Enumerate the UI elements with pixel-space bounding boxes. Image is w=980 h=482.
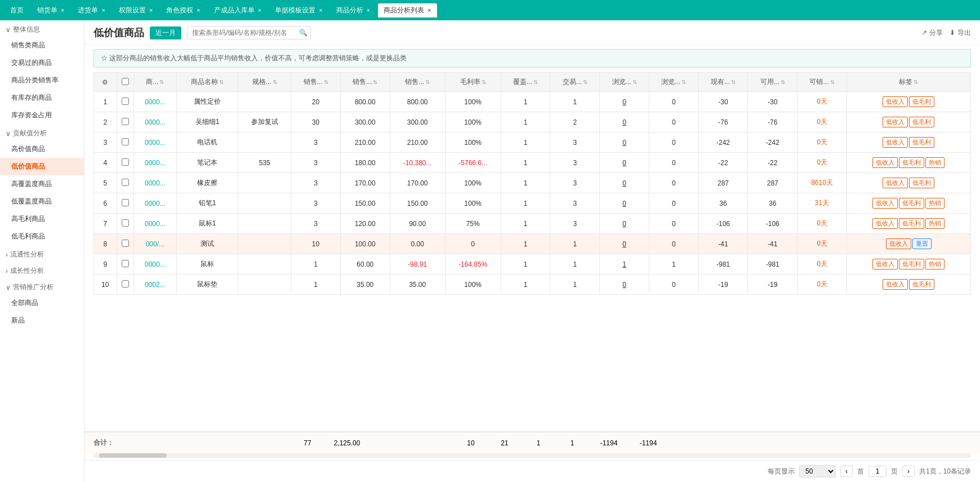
close-icon[interactable]: × — [61, 7, 64, 14]
col-spec: 规格...⇅ — [238, 73, 291, 92]
info-banner: ☆ 这部分商品的销售收入大幅低于商品平均销售收入，价值不高，可考虑调整营销策略，… — [93, 49, 971, 68]
per-page-select[interactable]: 50 20 100 — [799, 465, 836, 477]
close-icon[interactable]: × — [149, 7, 153, 14]
close-icon[interactable]: × — [258, 7, 261, 14]
sidebar-item-high-coverage[interactable]: 高覆盖度商品 — [0, 175, 84, 193]
row-view1[interactable]: 0 — [600, 153, 649, 173]
table-header-row: ⚙ 商...⇅ 商品名称⇅ 规格...⇅ 销售...⇅ 销售...⇅ 销售...… — [94, 73, 971, 92]
row-sales-amt2: 800.00 — [390, 92, 445, 112]
row-sales-qty: 3 — [291, 173, 341, 193]
sidebar-item-high-value[interactable]: 高价值商品 — [0, 140, 84, 158]
sidebar-item-high-margin[interactable]: 高毛利商品 — [0, 210, 84, 228]
row-tags: 低收入重置 — [847, 234, 970, 254]
row-sales-amt2: 90.00 — [390, 214, 445, 234]
col-gear[interactable]: ⚙ — [94, 73, 117, 92]
filter-period-button[interactable]: 近一月 — [150, 26, 181, 39]
row-checkbox[interactable] — [122, 199, 129, 206]
sidebar-group-growth: › 成长性分析 — [0, 262, 84, 278]
row-sales-amt: 180.00 — [340, 153, 390, 173]
chevron-down-icon: ∨ — [6, 26, 11, 34]
tab-product-analysis-list[interactable]: 商品分析列表 × — [378, 3, 436, 17]
share-button[interactable]: ↗ 分享 — [921, 28, 943, 38]
page-number-input[interactable] — [868, 466, 887, 477]
sidebar-item-all-products[interactable]: 全部商品 — [0, 294, 84, 312]
tab-product-analysis[interactable]: 商品分析 × — [331, 3, 376, 17]
export-button[interactable]: ⬇ 导出 — [950, 28, 971, 38]
row-view1[interactable]: 0 — [600, 173, 649, 193]
row-view1[interactable]: 0 — [600, 193, 649, 214]
row-current: -981 — [698, 254, 748, 275]
sidebar-item-low-value[interactable]: 低价值商品 — [0, 158, 84, 175]
chevron-down-icon: ∨ — [6, 130, 11, 138]
close-icon[interactable]: × — [319, 7, 322, 14]
footer-view1: 1 — [522, 439, 555, 447]
row-checkbox[interactable] — [122, 179, 129, 186]
scrollbar-thumb[interactable] — [99, 453, 167, 458]
row-view1[interactable]: 0 — [600, 214, 649, 234]
row-view2: 0 — [649, 112, 698, 132]
row-checkbox[interactable] — [122, 118, 129, 125]
close-icon[interactable]: × — [367, 7, 370, 14]
select-all-checkbox[interactable] — [122, 78, 129, 85]
row-spec — [238, 92, 291, 112]
top-navigation: 首页 销货单 × 进货单 × 权限设置 × 角色授权 × 产成品入库单 × 单据… — [0, 0, 980, 20]
row-checkbox[interactable] — [122, 240, 129, 247]
row-margin: 0 — [445, 234, 501, 254]
row-coverage: 1 — [501, 112, 550, 132]
row-view1[interactable]: 0 — [600, 112, 649, 132]
row-checkbox[interactable] — [122, 98, 129, 105]
row-view1[interactable]: 0 — [600, 132, 649, 153]
tab-purchase-order[interactable]: 进货单 × — [72, 3, 110, 17]
row-sales-qty: 30 — [291, 112, 341, 132]
tab-template[interactable]: 单据模板设置 × — [269, 3, 328, 17]
row-current: 36 — [698, 193, 748, 214]
sidebar-item-traded-products[interactable]: 交易过的商品 — [0, 54, 84, 72]
row-sales-qty: 3 — [291, 214, 341, 234]
row-name: 鼠标垫 — [177, 275, 238, 295]
row-view1[interactable]: 0 — [600, 234, 649, 254]
search-icon[interactable]: 🔍 — [299, 29, 308, 37]
row-no: 10 — [94, 275, 117, 295]
row-view1[interactable]: 0 — [600, 92, 649, 112]
row-sellable-days: 0天 — [798, 112, 847, 132]
sidebar-item-stock-capital[interactable]: 库存资金占用 — [0, 107, 84, 124]
row-name: 电话机 — [177, 132, 238, 153]
col-view1: 浏览...⇅ — [600, 73, 649, 92]
sidebar-item-category-rate[interactable]: 商品分类销售率 — [0, 72, 84, 89]
first-page-button[interactable]: ‹ — [840, 466, 853, 477]
sidebar-item-low-margin[interactable]: 低毛利商品 — [0, 228, 84, 245]
tab-home[interactable]: 首页 — [5, 3, 29, 17]
close-icon[interactable]: × — [427, 7, 431, 14]
tab-role-auth[interactable]: 角色授权 × — [161, 3, 206, 17]
col-trade: 交易...⇅ — [550, 73, 600, 92]
sidebar-item-low-coverage[interactable]: 低覆盖度商品 — [0, 193, 84, 210]
search-input[interactable] — [187, 26, 311, 39]
row-view1[interactable]: 1 — [600, 254, 649, 275]
horizontal-scrollbar[interactable] — [93, 453, 971, 458]
tab-sales-order[interactable]: 销货单 × — [32, 3, 70, 17]
row-checkbox[interactable] — [122, 219, 129, 227]
sidebar-item-sales-products[interactable]: 销售类商品 — [0, 37, 84, 54]
close-icon[interactable]: × — [101, 7, 105, 14]
row-available: -22 — [748, 153, 798, 173]
sidebar-group-overall: ∨ 整体信息 — [0, 20, 84, 37]
row-code: 0000... — [133, 112, 176, 132]
tab-permissions[interactable]: 权限设置 × — [113, 3, 158, 17]
row-checkbox[interactable] — [122, 138, 129, 145]
row-available: -981 — [748, 254, 798, 275]
close-icon[interactable]: × — [197, 7, 200, 14]
sidebar-item-stock-products[interactable]: 有库存的商品 — [0, 89, 84, 107]
row-view1[interactable]: 0 — [600, 275, 649, 295]
next-page-button[interactable]: › — [902, 466, 915, 477]
main-layout: ∨ 整体信息 销售类商品 交易过的商品 商品分类销售率 有库存的商品 库存资金占… — [0, 20, 980, 482]
sidebar-group-contribution: ∨ 贡献值分析 — [0, 124, 84, 140]
row-checkbox[interactable] — [122, 158, 129, 166]
sidebar-item-new-products[interactable]: 新品 — [0, 312, 84, 329]
row-trade: 3 — [550, 153, 600, 173]
tab-product-in[interactable]: 产成品入库单 × — [208, 3, 267, 17]
row-code: 0000... — [133, 254, 176, 275]
row-checkbox[interactable] — [122, 260, 129, 267]
row-checkbox[interactable] — [122, 280, 129, 288]
gear-icon[interactable]: ⚙ — [102, 78, 108, 86]
row-sales-qty: 20 — [291, 92, 341, 112]
